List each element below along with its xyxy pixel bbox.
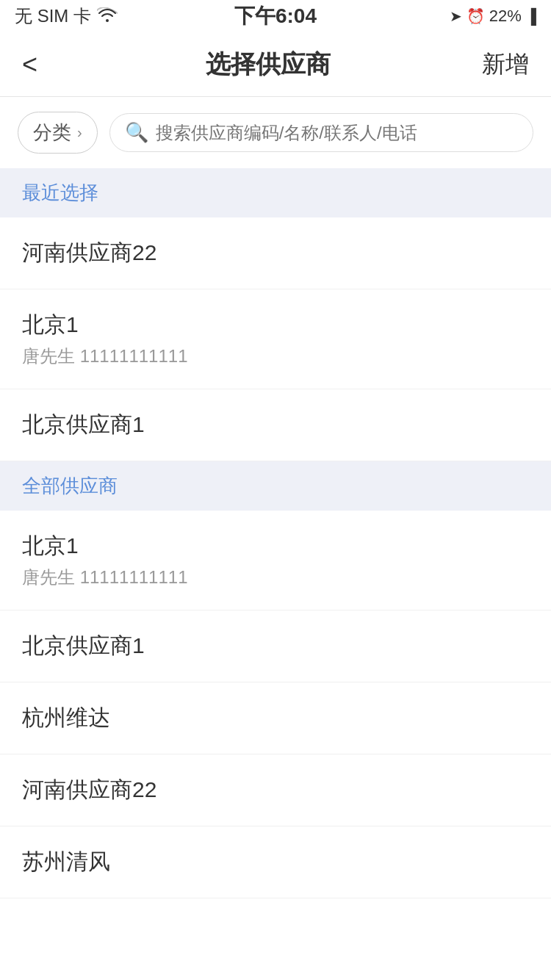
wifi-icon: [97, 6, 118, 26]
list-item[interactable]: 北京供应商1: [0, 610, 551, 682]
list-item[interactable]: 北京1唐先生 11111111111: [0, 289, 551, 389]
category-filter-button[interactable]: 分类 ›: [18, 112, 98, 154]
recent-items-list: 河南供应商22北京1唐先生 11111111111北京供应商1: [0, 217, 551, 461]
search-icon: 🔍: [125, 121, 148, 144]
item-name: 杭州维达: [22, 703, 529, 733]
list-item[interactable]: 北京1唐先生 11111111111: [0, 511, 551, 610]
list-item[interactable]: 河南供应商22: [0, 754, 551, 826]
recent-section-header: 最近选择: [0, 168, 551, 217]
item-name: 北京1: [22, 531, 529, 561]
page-title: 选择供应商: [66, 48, 470, 82]
chevron-right-icon: ›: [77, 124, 82, 141]
alarm-icon: ⏰: [467, 7, 485, 25]
search-input[interactable]: [156, 123, 518, 143]
list-item[interactable]: 河南供应商22: [0, 217, 551, 289]
status-left: 无 SIM 卡: [15, 4, 118, 28]
all-section-header: 全部供应商: [0, 461, 551, 511]
location-icon: ➤: [450, 7, 462, 25]
item-sub: 唐先生 11111111111: [22, 566, 529, 589]
item-name: 河南供应商22: [22, 775, 529, 805]
recent-section-label: 最近选择: [22, 181, 98, 203]
category-label: 分类: [33, 120, 71, 145]
item-sub: 唐先生 11111111111: [22, 345, 529, 368]
list-item[interactable]: 北京供应商1: [0, 389, 551, 461]
back-button[interactable]: <: [22, 49, 66, 80]
list-item[interactable]: 杭州维达: [0, 682, 551, 754]
nav-bar: < 选择供应商 新增: [0, 32, 551, 97]
search-box: 🔍: [109, 113, 533, 152]
item-name: 北京供应商1: [22, 631, 529, 661]
item-name: 北京1: [22, 310, 529, 340]
item-name: 北京供应商1: [22, 410, 529, 440]
item-name: 河南供应商22: [22, 238, 529, 268]
status-right: ➤ ⏰ 22% ▐: [450, 7, 536, 26]
add-button[interactable]: 新增: [470, 48, 529, 81]
all-section-label: 全部供应商: [22, 475, 118, 497]
status-time: 下午6:04: [234, 2, 317, 30]
filter-row: 分类 › 🔍: [0, 97, 551, 168]
item-name: 苏州清风: [22, 847, 529, 877]
status-bar: 无 SIM 卡 下午6:04 ➤ ⏰ 22% ▐: [0, 0, 551, 32]
battery-icon: ▐: [526, 8, 536, 25]
all-items-list: 北京1唐先生 11111111111北京供应商1杭州维达河南供应商22苏州清风: [0, 511, 551, 898]
no-sim-text: 无 SIM 卡: [15, 4, 91, 28]
battery-text: 22%: [489, 7, 522, 26]
list-item[interactable]: 苏州清风: [0, 826, 551, 898]
